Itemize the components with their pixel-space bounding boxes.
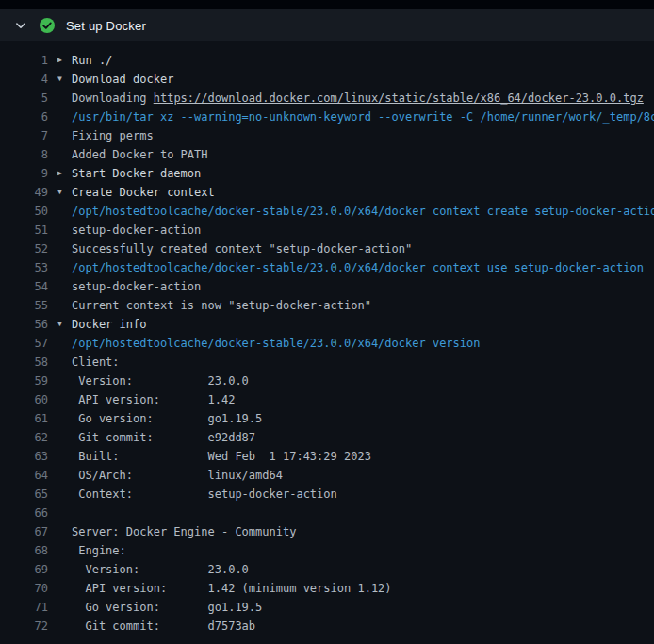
group-collapse-icon[interactable]: ▼ xyxy=(48,183,72,202)
line-number[interactable]: 1 xyxy=(0,51,48,70)
log-line: 54setup-docker-action xyxy=(0,277,654,296)
log-line: 66 xyxy=(0,504,654,522)
log-line: 53/opt/hostedtoolcache/docker-stable/23.… xyxy=(0,258,654,277)
log-text: Git commit: e92dd87 xyxy=(72,428,654,447)
log-text: /opt/hostedtoolcache/docker-stable/23.0.… xyxy=(72,334,654,353)
group-collapse-icon[interactable]: ▼ xyxy=(48,315,72,334)
line-number[interactable]: 59 xyxy=(0,372,48,390)
log-line: 68 Engine: xyxy=(0,541,654,560)
log-line: 1▶Run ./ xyxy=(0,51,654,70)
log-line: 49▼Create Docker context xyxy=(0,183,654,202)
log-line: 52Successfully created context "setup-do… xyxy=(0,239,654,258)
line-number[interactable]: 70 xyxy=(0,579,48,598)
log-text: Start Docker daemon xyxy=(72,164,654,183)
log-line: 51setup-docker-action xyxy=(0,221,654,239)
line-number[interactable]: 9 xyxy=(0,164,48,183)
line-number[interactable]: 49 xyxy=(0,183,48,202)
log-line: 56▼Docker info xyxy=(0,315,654,334)
log-line: 70 API version: 1.42 (minimum version 1.… xyxy=(0,579,654,598)
line-number[interactable]: 8 xyxy=(0,145,48,164)
log-line: 59 Version: 23.0.0 xyxy=(0,372,654,390)
line-number[interactable]: 4 xyxy=(0,70,48,89)
gutter-spacer xyxy=(48,579,72,598)
line-number[interactable]: 72 xyxy=(0,617,48,636)
line-number[interactable]: 69 xyxy=(0,560,48,579)
log-text: Run ./ xyxy=(72,51,654,70)
log-text: OS/Arch: linux/amd64 xyxy=(72,466,654,485)
log-text: setup-docker-action xyxy=(72,221,654,239)
gutter-spacer xyxy=(48,107,72,126)
log-text: Context: setup-docker-action xyxy=(72,485,654,504)
line-number[interactable]: 6 xyxy=(0,107,48,126)
line-number[interactable]: 60 xyxy=(0,390,48,409)
chevron-down-icon[interactable] xyxy=(15,20,28,31)
gutter-spacer xyxy=(48,390,72,409)
line-number[interactable]: 54 xyxy=(0,277,48,296)
line-number[interactable]: 66 xyxy=(0,504,48,522)
log-text: /opt/hostedtoolcache/docker-stable/23.0.… xyxy=(72,202,654,221)
log-text: Git commit: d7573ab xyxy=(72,617,654,636)
log-text: Current context is now "setup-docker-act… xyxy=(72,296,654,315)
log-text: API version: 1.42 (minimum version 1.12) xyxy=(72,579,654,598)
gutter-spacer xyxy=(48,353,72,372)
gutter-spacer xyxy=(48,258,72,277)
log-text xyxy=(72,504,654,522)
line-number[interactable]: 56 xyxy=(0,315,48,334)
log-text: Docker info xyxy=(72,315,654,334)
log-text: setup-docker-action xyxy=(72,277,654,296)
line-number[interactable]: 63 xyxy=(0,447,48,466)
gutter-spacer xyxy=(48,296,72,315)
line-number[interactable]: 7 xyxy=(0,126,48,145)
gutter-spacer xyxy=(48,522,72,541)
line-number[interactable]: 67 xyxy=(0,522,48,541)
gutter-spacer xyxy=(48,409,72,428)
log-text: Added Docker to PATH xyxy=(72,145,654,164)
log-line: 55Current context is now "setup-docker-a… xyxy=(0,296,654,315)
log-line: 5Downloading https://download.docker.com… xyxy=(0,89,654,107)
log-line: 8Added Docker to PATH xyxy=(0,145,654,164)
gutter-spacer xyxy=(48,239,72,258)
line-number[interactable]: 55 xyxy=(0,296,48,315)
log-text: Client: xyxy=(72,353,654,372)
log-text: Successfully created context "setup-dock… xyxy=(72,239,654,258)
log-line: 60 API version: 1.42 xyxy=(0,390,654,409)
log-line: 4▼Download docker xyxy=(0,70,654,89)
line-number[interactable]: 57 xyxy=(0,334,48,353)
line-number[interactable]: 71 xyxy=(0,598,48,617)
line-number[interactable]: 53 xyxy=(0,258,48,277)
gutter-spacer xyxy=(48,617,72,636)
line-number[interactable]: 52 xyxy=(0,239,48,258)
line-number[interactable]: 68 xyxy=(0,541,48,560)
group-expand-icon[interactable]: ▶ xyxy=(48,164,72,183)
line-number[interactable]: 5 xyxy=(0,89,48,107)
line-number[interactable]: 62 xyxy=(0,428,48,447)
gutter-spacer xyxy=(48,145,72,164)
log-line: 63 Built: Wed Feb 1 17:43:29 2023 xyxy=(0,447,654,466)
line-number[interactable]: 65 xyxy=(0,485,48,504)
log-text: Version: 23.0.0 xyxy=(72,560,654,579)
line-number[interactable]: 61 xyxy=(0,409,48,428)
log-line: 69 Version: 23.0.0 xyxy=(0,560,654,579)
log-text: /opt/hostedtoolcache/docker-stable/23.0.… xyxy=(72,258,654,277)
gutter-spacer xyxy=(48,277,72,296)
line-number[interactable]: 64 xyxy=(0,466,48,485)
step-header[interactable]: Set up Docker xyxy=(0,9,654,41)
line-number[interactable]: 58 xyxy=(0,353,48,372)
gutter-spacer xyxy=(48,221,72,239)
log-text: Version: 23.0.0 xyxy=(72,372,654,390)
group-collapse-icon[interactable]: ▼ xyxy=(48,70,72,89)
gutter-spacer xyxy=(48,485,72,504)
log-text: Server: Docker Engine - Community xyxy=(72,522,654,541)
log-text: Go version: go1.19.5 xyxy=(72,598,654,617)
gutter-spacer xyxy=(48,504,72,522)
group-expand-icon[interactable]: ▶ xyxy=(48,51,72,70)
log-link[interactable]: https://download.docker.com/linux/static… xyxy=(154,91,644,105)
gutter-spacer xyxy=(48,334,72,353)
line-number[interactable]: 50 xyxy=(0,202,48,221)
log-text: /usr/bin/tar xz --warning=no-unknown-key… xyxy=(72,107,654,126)
line-number[interactable]: 51 xyxy=(0,221,48,239)
step-title: Set up Docker xyxy=(66,19,146,33)
log-line: 64 OS/Arch: linux/amd64 xyxy=(0,466,654,485)
success-check-icon xyxy=(40,18,55,33)
log-line: 62 Git commit: e92dd87 xyxy=(0,428,654,447)
